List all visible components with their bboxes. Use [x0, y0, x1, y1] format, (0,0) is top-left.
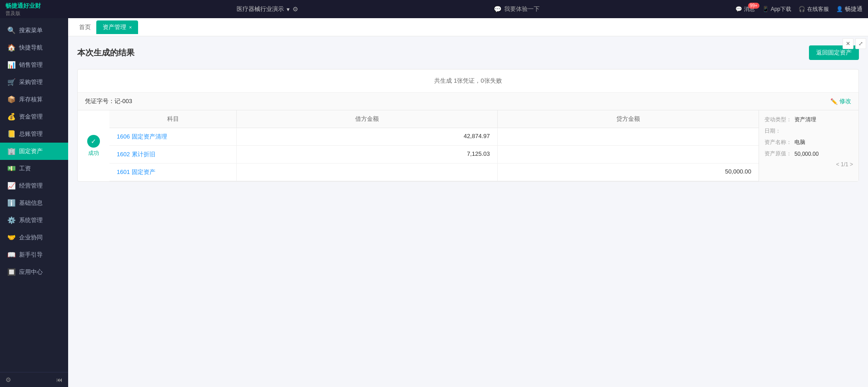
result-summary: 共生成 1张凭证，0张失败: [78, 69, 858, 93]
sidebar-item-basic-info[interactable]: ℹ️ 基础信息: [0, 194, 68, 212]
settings-bottom-icon[interactable]: ⚙: [5, 376, 11, 383]
sidebar-item-label: 总账管理: [19, 130, 43, 138]
close-panel-btn[interactable]: ✕: [843, 38, 853, 49]
inventory-icon: 📦: [7, 95, 15, 104]
fixed-assets-icon: 🏢: [7, 147, 15, 155]
sidebar-item-inventory[interactable]: 📦 库存核算: [0, 91, 68, 108]
topbar: 畅捷通好业财 普及版 医疗器械行业演示 ▾ ⚙ 💬 我要体验一下 💬 消息 99…: [0, 0, 868, 18]
voucher-number: 凭证字号：记-003: [85, 97, 132, 105]
change-type-row: 变动类型： 资产清理: [764, 116, 853, 124]
voucher-table: 科目 借方金额 贷方金额 1606 固定资产清理 42,874.97 1602 …: [109, 110, 759, 181]
success-icon: ✓: [87, 135, 100, 148]
date-row: 日期：: [764, 127, 853, 135]
original-value-row: 资产原值： 50,000.00: [764, 150, 853, 158]
subject-cell: 1601 固定资产: [109, 164, 237, 181]
expand-panel-btn[interactable]: ⤢: [855, 38, 866, 49]
purchase-icon: 🛒: [7, 78, 15, 86]
table-row: 1601 固定资产 50,000.00: [109, 164, 759, 181]
app-download-btn[interactable]: 📱 App下载: [762, 5, 791, 13]
col-header-debit: 借方金额: [237, 110, 498, 128]
sidebar-item-label: 快捷导航: [19, 44, 43, 52]
basic-info-icon: ℹ️: [7, 199, 15, 207]
result-card: 共生成 1张凭证，0张失败 凭证字号：记-003 ✏️ 修改: [77, 69, 859, 182]
sidebar-item-quick-nav[interactable]: 🏠 快捷导航: [0, 39, 68, 56]
sidebar-item-label: 企业协同: [19, 233, 43, 242]
subject-cell: 1606 固定资产清理: [109, 128, 237, 145]
tab-home[interactable]: 首页: [75, 20, 94, 34]
table-row: 1606 固定资产清理 42,874.97: [109, 128, 759, 146]
page-title: 本次生成的结果: [77, 47, 134, 58]
user-avatar[interactable]: 👤 畅捷通: [836, 5, 863, 13]
asset-name-row: 资产名称： 电脑: [764, 139, 853, 146]
side-info-panel: 变动类型： 资产清理 日期： 资产名称： 电脑: [759, 110, 858, 181]
topbar-right: 💬 消息 99+ 📱 App下载 🎧 在线客服 👤 畅捷通: [735, 5, 863, 13]
tab-asset-management[interactable]: 资产管理 ×: [96, 20, 138, 34]
tabbar: 首页 资产管理 ×: [68, 18, 868, 36]
sidebar-item-payroll[interactable]: 💵 工资: [0, 160, 68, 177]
sidebar-item-enterprise[interactable]: 🤝 企业协同: [0, 229, 68, 246]
sidebar: 🔍 搜索菜单 🏠 快捷导航 📊 销售管理 🛒 采购管理 📦 库存核算 💰: [0, 18, 68, 387]
search-icon: 🔍: [7, 26, 15, 35]
online-service-btn[interactable]: 🎧 在线客服: [799, 5, 829, 13]
voucher-body: ✓ 成功 科目 借方金额 贷方金额 1606 固定资产清理: [78, 110, 858, 181]
credit-cell: 50,000.00: [498, 164, 759, 181]
panel-controls: ✕ ⤢: [841, 36, 868, 51]
credit-cell: [498, 146, 759, 163]
tab-close-btn[interactable]: ×: [129, 25, 132, 30]
sidebar-item-label: 基础信息: [19, 199, 43, 207]
sidebar-item-label: 应用中心: [19, 268, 43, 276]
pagination[interactable]: < 1/1 >: [764, 161, 853, 168]
ledger-icon: 📒: [7, 130, 15, 138]
content-area: 首页 资产管理 × 本次生成的结果 返回固定资产 共生成 1张凭证，0张失败: [68, 18, 868, 387]
company-selector[interactable]: 医疗器械行业演示 ▾ ⚙: [237, 5, 298, 13]
sidebar-item-label: 搜索菜单: [19, 26, 43, 35]
message-btn[interactable]: 💬 消息 99+: [735, 5, 755, 13]
debit-cell: [237, 164, 498, 181]
settings-icon[interactable]: ⚙: [293, 5, 298, 13]
table-row: 1602 累计折旧 7,125.03: [109, 146, 759, 164]
sidebar-item-system[interactable]: ⚙️ 系统管理: [0, 212, 68, 229]
sidebar-item-label: 新手引导: [19, 251, 43, 259]
sidebar-nav: 🔍 搜索菜单 🏠 快捷导航 📊 销售管理 🛒 采购管理 📦 库存核算 💰: [0, 18, 68, 372]
sidebar-item-sales[interactable]: 📊 销售管理: [0, 56, 68, 74]
sidebar-item-app-center[interactable]: 🔲 应用中心: [0, 263, 68, 281]
subject-cell: 1602 累计折旧: [109, 146, 237, 163]
page-header: 本次生成的结果 返回固定资产: [77, 45, 859, 60]
debit-cell: 7,125.03: [237, 146, 498, 163]
sidebar-item-guide[interactable]: 📖 新手引导: [0, 246, 68, 263]
collapse-icon[interactable]: ⏮: [56, 376, 63, 383]
status-text: 成功: [88, 149, 99, 157]
voucher-section: 凭证字号：记-003 ✏️ 修改 ✓ 成功: [78, 93, 858, 181]
sidebar-item-label: 销售管理: [19, 61, 43, 69]
credit-cell: [498, 128, 759, 145]
page-content: 本次生成的结果 返回固定资产 共生成 1张凭证，0张失败 凭证字号：记-003 …: [68, 36, 868, 387]
sidebar-item-label: 系统管理: [19, 216, 43, 224]
voucher-header: 凭证字号：记-003 ✏️ 修改: [78, 93, 858, 110]
app-center-icon: 🔲: [7, 268, 15, 276]
sidebar-item-label: 库存核算: [19, 95, 43, 104]
sidebar-item-label: 固定资产: [19, 147, 43, 155]
experience-btn[interactable]: 💬 我要体验一下: [494, 5, 540, 13]
sidebar-item-finance[interactable]: 💰 资金管理: [0, 108, 68, 125]
sidebar-item-purchase[interactable]: 🛒 采购管理: [0, 74, 68, 91]
home-icon: 🏠: [7, 44, 15, 52]
status-col: ✓ 成功: [78, 110, 109, 181]
guide-icon: 📖: [7, 251, 15, 259]
sidebar-item-label: 经营管理: [19, 182, 43, 190]
sidebar-item-ledger[interactable]: 📒 总账管理: [0, 125, 68, 143]
edit-btn[interactable]: ✏️ 修改: [830, 97, 851, 105]
table-header: 科目 借方金额 贷方金额: [109, 110, 759, 128]
system-icon: ⚙️: [7, 216, 15, 224]
operations-icon: 📈: [7, 182, 15, 190]
topbar-left: 畅捷通好业财 普及版: [5, 2, 41, 17]
finance-icon: 💰: [7, 113, 15, 121]
edit-icon: ✏️: [830, 98, 838, 105]
sidebar-item-operations[interactable]: 📈 经营管理: [0, 177, 68, 194]
sidebar-item-label: 工资: [19, 164, 31, 173]
enterprise-icon: 🤝: [7, 233, 15, 242]
col-header-credit: 贷方金额: [498, 110, 759, 128]
sidebar-item-label: 资金管理: [19, 113, 43, 121]
sidebar-item-fixed-assets[interactable]: 🏢 固定资产: [0, 143, 68, 160]
sidebar-item-search[interactable]: 🔍 搜索菜单: [0, 22, 68, 39]
sales-icon: 📊: [7, 61, 15, 69]
